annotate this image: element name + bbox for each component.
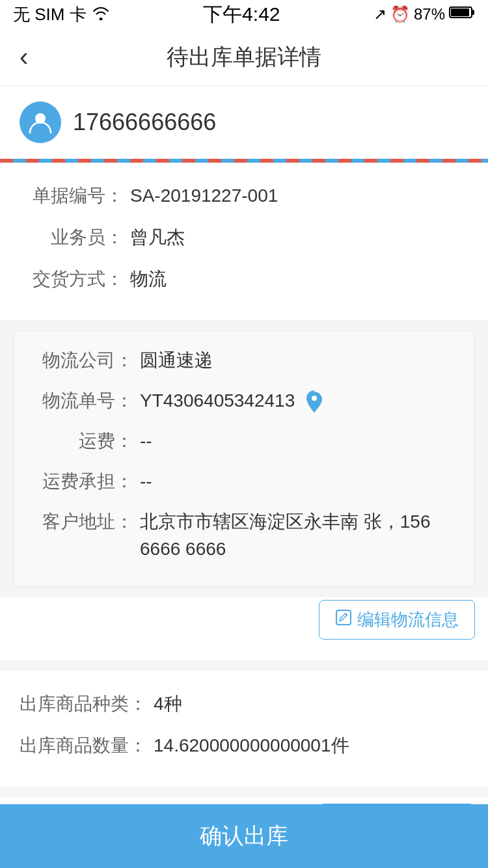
svg-rect-5 <box>336 610 351 625</box>
logistics-freight-value: -- <box>133 427 459 455</box>
logistics-company-row: 物流公司： 圆通速递 <box>29 347 459 374</box>
customer-header: 17666666666 <box>0 86 488 159</box>
status-bar: 无 SIM 卡 下午4:42 ↗ ⏰ 87% <box>0 0 488 29</box>
nav-bar: ‹ 待出库单据详情 <box>0 29 488 86</box>
logistics-freight-bear-label: 运费承担： <box>29 468 133 495</box>
delivery-value: 物流 <box>124 265 468 293</box>
confirm-label: 确认出库 <box>200 821 288 851</box>
logistics-freight-bear-row: 运费承担： -- <box>29 468 459 495</box>
logistics-tracking-value: YT43064053424​13 <box>133 387 459 414</box>
tracking-location-icon[interactable] <box>303 389 326 413</box>
battery-label: 87% <box>414 5 445 23</box>
salesman-row: 业务员： 曾凡杰 <box>20 224 468 251</box>
logistics-address-label: 客户地址： <box>29 508 133 536</box>
logistics-freight-label: 运费： <box>29 427 133 455</box>
order-no-label: 单据编号： <box>20 182 124 210</box>
back-button[interactable]: ‹ <box>20 36 34 78</box>
battery-icon <box>449 5 475 23</box>
wifi-icon <box>92 5 110 25</box>
goods-quantity-value: 14.620000000000001件 <box>147 732 468 759</box>
order-no-row: 单据编号： SA-20191227-001 <box>20 182 468 210</box>
logistics-freight-row: 运费： -- <box>29 427 459 455</box>
order-no-value: SA-20191227-001 <box>124 182 468 210</box>
alarm-icon: ⏰ <box>390 5 410 23</box>
avatar <box>20 102 61 143</box>
logistics-freight-bear-value: -- <box>133 468 459 495</box>
status-right: ↗ ⏰ 87% <box>373 5 475 23</box>
goods-section: 出库商品种类： 4种 出库商品数量： 14.620000000000001件 <box>0 671 488 787</box>
logistics-tracking-row: 物流单号： YT43064053424​13 <box>29 387 459 414</box>
section-gap <box>0 660 488 671</box>
logistics-tracking-label: 物流单号： <box>29 387 133 414</box>
goods-quantity-row: 出库商品数量： 14.620000000000001件 <box>20 732 468 759</box>
delivery-row: 交货方式： 物流 <box>20 265 468 293</box>
logistics-address-value: 北京市市辖区海淀区永丰南 张，156 6666 6666 <box>133 508 459 563</box>
tracking-no-text: YT43064053424​13 <box>140 387 295 414</box>
back-icon: ‹ <box>20 42 28 71</box>
salesman-label: 业务员： <box>20 224 124 251</box>
goods-types-label: 出库商品种类： <box>20 690 147 718</box>
goods-quantity-label: 出库商品数量： <box>20 732 147 759</box>
status-time: 下午4:42 <box>203 1 280 28</box>
logistics-company-label: 物流公司： <box>29 347 133 374</box>
confirm-bar[interactable]: 确认出库 <box>0 804 488 868</box>
goods-types-row: 出库商品种类： 4种 <box>20 690 468 718</box>
svg-rect-2 <box>451 8 469 16</box>
svg-rect-1 <box>472 10 474 15</box>
customer-phone: 17666666666 <box>73 109 216 136</box>
edit-button-row: 编辑物流信息 <box>0 600 488 650</box>
location-status-icon: ↗ <box>373 5 386 23</box>
edit-icon <box>335 609 352 631</box>
goods-types-value: 4种 <box>147 690 468 718</box>
status-left: 无 SIM 卡 <box>13 3 110 26</box>
order-info-section: 单据编号： SA-20191227-001 业务员： 曾凡杰 交货方式： 物流 <box>0 163 488 320</box>
carrier-label: 无 SIM 卡 <box>13 3 87 26</box>
svg-point-4 <box>312 396 317 401</box>
logistics-company-value: 圆通速递 <box>133 347 459 374</box>
salesman-value: 曾凡杰 <box>124 224 468 251</box>
delivery-label: 交货方式： <box>20 265 124 293</box>
edit-logistics-label: 编辑物流信息 <box>357 608 459 631</box>
page-title: 待出库单据详情 <box>167 42 321 72</box>
logistics-address-row: 客户地址： 北京市市辖区海淀区永丰南 张，156 6666 6666 <box>29 508 459 563</box>
edit-logistics-button[interactable]: 编辑物流信息 <box>319 600 475 640</box>
logistics-card: 物流公司： 圆通速递 物流单号： YT43064053424​13 运费： --… <box>13 331 475 587</box>
